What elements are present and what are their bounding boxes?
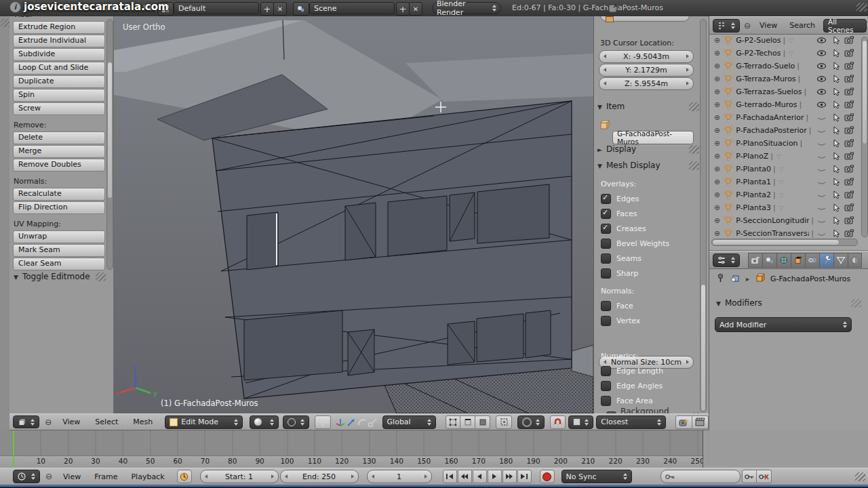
manipulator-translate-icon[interactable] (335, 417, 346, 428)
outliner-menu-search[interactable]: Search (788, 21, 816, 30)
tool-button[interactable]: Normals: (14, 176, 105, 186)
tool-button[interactable]: Spin (13, 89, 105, 102)
selectability-cursor-icon[interactable] (832, 75, 840, 85)
av-sync-selector[interactable]: No Sync (561, 470, 632, 483)
expand-icon[interactable] (714, 49, 720, 58)
numerics-option[interactable]: Edge Length (601, 363, 663, 378)
renderability-camera-icon[interactable] (844, 203, 854, 214)
display-panel-header[interactable]: Display (597, 144, 706, 154)
item-panel-header[interactable]: Item (597, 102, 706, 111)
overlay-option[interactable]: Faces (601, 206, 669, 221)
checkbox-icon[interactable] (601, 301, 611, 311)
select-menu[interactable]: Select (94, 418, 119, 426)
expand-icon[interactable] (714, 75, 720, 83)
insert-keyframe-button[interactable] (742, 470, 757, 483)
selectability-cursor-icon[interactable] (832, 216, 840, 227)
play-reverse-button[interactable] (473, 470, 487, 483)
window-duplicate-icon[interactable] (608, 2, 619, 16)
visibility-eye-icon[interactable] (816, 49, 827, 59)
panel-drag-icon[interactable] (96, 272, 106, 281)
expand-icon[interactable] (714, 190, 720, 199)
outliner-menu-view[interactable]: View (758, 21, 778, 30)
timeline-resize-corner[interactable] (855, 472, 865, 481)
screen-layout-selector[interactable]: Default (174, 2, 259, 14)
visibility-eye-icon[interactable] (816, 152, 827, 162)
renderability-camera-icon[interactable] (844, 62, 854, 72)
checkbox-icon[interactable] (601, 316, 611, 326)
renderability-camera-icon[interactable] (844, 113, 854, 123)
tool-shelf-scrollbar[interactable] (106, 19, 113, 270)
n-panel-clipped-button[interactable] (600, 16, 690, 22)
checkbox-icon[interactable] (601, 366, 611, 376)
modifiers-panel-header[interactable]: Modifiers (716, 298, 863, 308)
tool-button[interactable]: Screw (13, 102, 105, 115)
cursor-coordinate-field[interactable]: X: -9.5043m (599, 50, 694, 63)
tool-button[interactable]: Unwrap (13, 230, 105, 243)
overlay-option[interactable]: Bevel Weights (601, 236, 669, 251)
viewport-shading-selector[interactable] (250, 415, 279, 429)
visibility-eye-icon[interactable] (816, 62, 827, 72)
tool-button[interactable]: Remove: (14, 120, 105, 130)
renderability-camera-icon[interactable] (844, 49, 854, 59)
renderability-camera-icon[interactable] (844, 165, 854, 175)
object-name-field[interactable]: G-FachadaPost-Muros (612, 131, 694, 144)
delete-keyframe-button[interactable] (757, 470, 772, 483)
frame-end-field[interactable]: End: 250 (280, 470, 359, 483)
delete-layout-button[interactable] (273, 2, 287, 16)
delete-scene-button[interactable] (409, 2, 422, 16)
tab-world-icon[interactable] (776, 253, 791, 268)
normals-option[interactable]: Face (601, 298, 640, 313)
tool-button[interactable]: Subdivide (13, 48, 105, 61)
selectability-cursor-icon[interactable] (832, 87, 840, 98)
renderability-camera-icon[interactable] (844, 126, 854, 136)
expand-icon[interactable] (714, 229, 720, 238)
keying-set-field[interactable] (660, 470, 741, 483)
snap-element-selector[interactable] (568, 415, 593, 429)
overlay-option[interactable]: Seams (601, 251, 669, 266)
expand-icon[interactable] (714, 36, 720, 45)
checkbox-icon[interactable] (601, 209, 611, 219)
selectability-cursor-icon[interactable] (832, 100, 840, 111)
expand-icon[interactable] (714, 216, 720, 225)
object-context-icon[interactable] (730, 273, 741, 285)
checkbox-icon[interactable] (601, 253, 611, 264)
background-images-panel-header[interactable]: Background Images (597, 407, 706, 413)
selectability-cursor-icon[interactable] (832, 203, 840, 214)
outliner-item[interactable]: G-Terrazas-Suelos (709, 85, 860, 98)
renderability-camera-icon[interactable] (844, 100, 854, 110)
mesh-display-panel-header[interactable]: Mesh Display (597, 161, 706, 170)
current-frame-field[interactable]: 1 (367, 470, 432, 483)
tab-render-icon[interactable] (748, 253, 762, 268)
add-layout-button[interactable] (260, 2, 274, 16)
timeline-menu-playback[interactable]: Playback (130, 472, 165, 481)
renderability-camera-icon[interactable] (844, 75, 854, 85)
visibility-eye-icon[interactable] (816, 114, 827, 123)
expand-icon[interactable] (714, 152, 720, 161)
outliner-filter-selector[interactable]: All Scenes (823, 19, 867, 33)
visibility-eye-icon[interactable] (816, 217, 827, 226)
expand-icon[interactable] (714, 203, 720, 212)
pivot-point-selector[interactable] (283, 415, 309, 429)
jump-next-keyframe-button[interactable] (502, 470, 517, 483)
outliner-item[interactable]: G-Terrado-Suelo (709, 60, 860, 73)
viewport-3d-scene[interactable]: x y z User Ortho (1) G-FachadaPost-Muros (114, 16, 593, 413)
tool-button[interactable]: Delete (13, 131, 105, 144)
tab-scene-icon[interactable] (762, 253, 776, 268)
panel-drag-icon[interactable] (689, 161, 699, 170)
selectability-cursor-icon[interactable] (832, 165, 840, 176)
expand-icon[interactable] (714, 62, 720, 70)
editor-type-3dview-icon[interactable] (13, 415, 39, 428)
expand-icon[interactable] (714, 165, 720, 174)
visibility-eye-icon[interactable] (816, 178, 827, 188)
tool-button[interactable]: Duplicate (13, 75, 105, 88)
tool-button[interactable]: Flip Direction (13, 201, 105, 214)
manipulator-scale-icon[interactable] (368, 417, 378, 428)
overlay-option[interactable]: Edges (601, 191, 669, 206)
editor-type-timeline-icon[interactable] (13, 470, 40, 483)
proportional-edit-selector[interactable] (517, 415, 545, 429)
visibility-eye-icon[interactable] (816, 191, 827, 201)
cursor-coordinate-field[interactable]: Y: 2.1729m (599, 64, 694, 77)
selectability-cursor-icon[interactable] (832, 178, 840, 188)
manipulator-rotate-icon[interactable] (357, 417, 368, 428)
tab-object-icon[interactable] (791, 253, 805, 268)
